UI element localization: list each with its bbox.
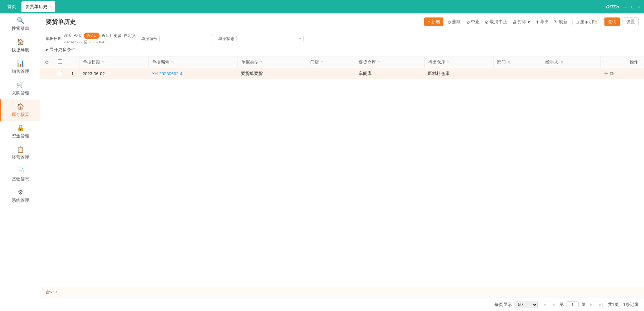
minimize-icon[interactable]: — [623,4,628,9]
expand-more-button[interactable]: ▾ 展开更多条件 [46,47,639,53]
date-yesterday[interactable]: 昨天 [64,33,72,39]
docstatus-filter-label: 单据状态 [218,36,234,42]
home-icon: 🏠 [17,38,24,46]
date-filter-label: 单据日期 [46,36,62,42]
row-num-cell: 1 [66,68,79,79]
export-button[interactable]: ⬆ 导出 [534,18,550,26]
table-row: 1 2023-06-02 YH-20230602-4 要货单要货 车间库 原材料… [40,68,644,79]
sort-handler-icon: ⇅ [560,60,563,64]
col-docno[interactable]: 单据编号 ⇅ [148,56,237,68]
table-header-row: ⚙ 单据日期 ⇅ 单据编号 ⇅ 单据类型 ⇅ 门店 ⇅ 要货仓库 ⇅ 待出仓库 … [40,56,644,68]
sidebar-item-quicknav[interactable]: 🏠 快捷导航 [0,35,40,56]
row-edit-button[interactable]: ✏ [604,71,608,76]
date-1month[interactable]: 近1月 [102,33,112,39]
sidebar-item-system[interactable]: ⚙ 系统管理 [0,185,40,207]
query-button-label: 查询 [608,19,616,25]
sidebar: 🔍 搜索菜单 🏠 快捷导航 📊 销售管理 🛒 采购管理 🏠 库存核算 🔒 资金管… [0,13,40,311]
prev-page-button[interactable]: ◂ [550,301,557,308]
col-handler[interactable]: 经手人 ⇅ [542,56,601,68]
date-7days[interactable]: 近7天 [84,33,100,39]
sort-date-icon: ⇅ [102,60,105,64]
docstatus-input[interactable] [236,35,304,42]
row-checkbox[interactable] [58,71,62,75]
page-number-input[interactable] [567,301,579,308]
sidebar-item-operation-label: 经营管理 [12,154,29,161]
sidebar-item-search-label: 搜索菜单 [12,26,29,32]
col-dept[interactable]: 部门 ⇅ [493,56,542,68]
sidebar-item-sales[interactable]: 📊 销售管理 [0,56,40,78]
sidebar-item-finance-label: 资金管理 [12,133,29,139]
sort-dept-icon: ⇅ [507,60,510,64]
date-more[interactable]: 更多 [114,33,122,39]
select-all-checkbox[interactable] [58,59,62,64]
row-checkbox-cell[interactable] [54,68,66,79]
sidebar-item-basicinfo[interactable]: 📄 基础信息 [0,164,40,185]
settings-button[interactable]: 设置 [623,17,639,26]
cancel-stop-icon: ⊘ [485,19,489,25]
sort-doctype-icon: ⇅ [260,60,263,64]
last-page-button[interactable]: ▸| [597,301,605,308]
filter-area: 单据日期 昨天 今天 近7天 近1月 更多 自定义 2023-05-27 至 2… [40,29,644,56]
sidebar-item-purchase[interactable]: 🛒 采购管理 [0,78,40,99]
row-handler-cell [542,68,601,79]
date-today[interactable]: 今天 [74,33,82,39]
first-page-button[interactable]: |◂ [540,301,548,308]
export-icon: ⬆ [535,19,539,25]
sidebar-item-inventory-label: 库存核算 [12,112,29,118]
top-bar: 首页 要货单历史 × OfTEn — □ × [0,0,644,13]
docstatus-filter-group: 单据状态 ▾ [218,35,304,42]
data-table: ⚙ 单据日期 ⇅ 单据编号 ⇅ 单据类型 ⇅ 门店 ⇅ 要货仓库 ⇅ 待出仓库 … [40,56,644,79]
sidebar-item-operation[interactable]: 📋 经营管理 [0,142,40,164]
date-filter-group: 单据日期 昨天 今天 近7天 近1月 更多 自定义 2023-05-27 至 2… [46,33,136,45]
sidebar-item-inventory[interactable]: 🏠 库存核算 [0,99,40,121]
sidebar-item-sales-label: 销售管理 [12,69,29,75]
docstatus-dropdown-icon: ▾ [299,37,301,41]
main-layout: 🔍 搜索菜单 🏠 快捷导航 📊 销售管理 🛒 采购管理 🏠 库存核算 🔒 资金管… [0,13,644,311]
table-body: 1 2023-06-02 YH-20230602-4 要货单要货 车间库 原材料… [40,68,644,79]
col-pendingwarehouse[interactable]: 待出仓库 ⇅ [424,56,493,68]
col-date[interactable]: 单据日期 ⇅ [79,56,148,68]
settings-button-label: 设置 [626,19,635,25]
stop-button[interactable]: ⊘ 中止 [465,18,481,26]
col-store[interactable]: 门店 ⇅ [307,56,355,68]
row-copy-button[interactable]: ⧉ [610,71,613,77]
system-icon: ⚙ [18,189,23,196]
row-reqwarehouse-cell: 车间库 [355,68,424,79]
docno-input[interactable] [159,35,213,42]
date-shortcuts: 昨天 今天 近7天 近1月 更多 自定义 [64,33,136,39]
row-settings-cell [40,68,54,79]
display-detail-checkbox[interactable]: □ 显示明细 [576,19,597,25]
col-doctype[interactable]: 单据类型 ⇅ [237,56,307,68]
per-page-label: 每页显示 [494,302,512,308]
row-docno-cell[interactable]: YH-20230602-4 [148,68,237,79]
row-docno-link[interactable]: YH-20230602-4 [152,71,182,76]
close-tab-icon[interactable]: × [49,5,51,9]
print-label: 打印 [518,19,527,25]
purchase-icon: 🛒 [17,81,24,89]
query-button[interactable]: 查询 [604,17,620,26]
print-button[interactable]: 🖨 打印 ▾ [511,18,531,26]
checkbox-icon: □ [576,19,579,25]
cancel-stop-button[interactable]: ⊘ 取消中止 [484,18,508,26]
toolbar-divider [572,19,573,25]
sidebar-item-finance[interactable]: 🔒 资金管理 [0,121,40,142]
delete-button[interactable]: ⊘ 删除 [446,18,462,26]
sidebar-item-search[interactable]: 🔍 搜索菜单 [0,13,40,35]
row-actions-cell: ✏ ⧉ [601,68,644,79]
window-close-icon[interactable]: × [638,4,641,9]
home-tab[interactable]: 首页 [3,1,20,12]
new-button[interactable]: + 新增 [424,17,443,26]
active-tab[interactable]: 要货单历史 × [21,1,55,12]
col-settings[interactable]: ⚙ [40,56,54,68]
table-wrapper: ⚙ 单据日期 ⇅ 单据编号 ⇅ 单据类型 ⇅ 门店 ⇅ 要货仓库 ⇅ 待出仓库 … [40,56,644,286]
stop-button-label: 中止 [471,19,480,25]
per-page-select[interactable]: 50 100 200 [515,301,538,308]
maximize-icon[interactable]: □ [632,4,634,9]
date-custom[interactable]: 自定义 [124,33,136,39]
col-checkbox[interactable] [54,56,66,68]
next-page-button[interactable]: ▸ [588,301,595,308]
page-title: 要货单历史 [46,18,76,26]
date-shortcuts-container: 昨天 今天 近7天 近1月 更多 自定义 2023-05-27 至 2023-0… [64,33,136,45]
refresh-button[interactable]: ↻ 刷新 [553,18,569,26]
col-reqwarehouse[interactable]: 要货仓库 ⇅ [355,56,424,68]
